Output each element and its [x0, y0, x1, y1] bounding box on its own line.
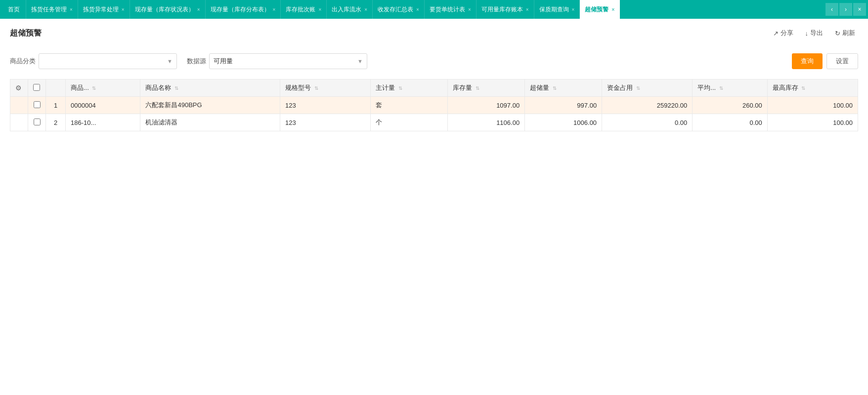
- nav-tab-3[interactable]: 现存量（库存状况表） ×: [130, 0, 206, 19]
- row-unit: 个: [371, 114, 448, 131]
- row-capital: 259220.00: [602, 97, 693, 114]
- sort-icon: ⇅: [636, 85, 640, 91]
- nav-tab-label: 保质期查询: [539, 5, 569, 14]
- nav-tab-label: 收发存汇总表: [378, 5, 413, 14]
- row-stock: 1097.00: [448, 97, 525, 114]
- header-actions: ↗ 分享 ↓ 导出 ↻ 刷新: [770, 27, 859, 40]
- product-category-select[interactable]: ▼: [39, 53, 177, 69]
- row-capital: 0.00: [602, 114, 693, 131]
- row-stock: 1106.00: [448, 114, 525, 131]
- row-checkbox-cell[interactable]: [28, 114, 46, 131]
- top-navigation: 首页 拣货任务管理 × 拣货异常处理 × 现存量（库存状况表） × 现存量（库存…: [0, 0, 868, 19]
- nav-tab-close[interactable]: ×: [273, 7, 276, 12]
- nav-tab-close[interactable]: ×: [122, 7, 125, 12]
- settings-button[interactable]: 设置: [826, 53, 858, 69]
- nav-tab-label: 要货单统计表: [430, 5, 465, 14]
- nav-tab-9[interactable]: 可用量库存账本 ×: [477, 0, 534, 19]
- nav-tab-close[interactable]: ×: [526, 7, 529, 12]
- nav-tab-close[interactable]: ×: [70, 7, 73, 12]
- refresh-icon: ↻: [835, 30, 840, 37]
- filter-area: 商品分类 ▼ 数据源 可用量 ▼ 查询 设置: [10, 47, 858, 73]
- nav-close-all-btn[interactable]: ×: [853, 3, 866, 16]
- share-button[interactable]: ↗ 分享: [770, 27, 796, 40]
- row-gear: [10, 97, 28, 114]
- query-button[interactable]: 查询: [792, 53, 823, 69]
- row-spec: 123: [280, 97, 371, 114]
- product-category-label: 商品分类: [10, 57, 36, 66]
- sort-icon: ⇅: [553, 85, 557, 91]
- row-index: 2: [46, 114, 66, 131]
- nav-tab-close[interactable]: ×: [364, 7, 367, 12]
- nav-tab-close[interactable]: ×: [468, 7, 471, 12]
- row-unit: 套: [371, 97, 448, 114]
- page-content: 超储预警 ↗ 分享 ↓ 导出 ↻ 刷新 商品分类 ▼ 数据源: [0, 19, 868, 395]
- export-icon: ↓: [805, 30, 809, 37]
- row-product-name: 机油滤清器: [140, 114, 280, 131]
- share-icon: ↗: [773, 30, 779, 37]
- row-checkbox[interactable]: [34, 101, 41, 108]
- data-table: ⚙ 商品... ⇅ 商品名称 ⇅ 规格型号 ⇅: [10, 79, 858, 131]
- refresh-button[interactable]: ↻ 刷新: [832, 27, 858, 40]
- sort-icon: ⇅: [476, 85, 479, 91]
- table-header-avg[interactable]: 平均... ⇅: [693, 79, 767, 97]
- row-overflow: 997.00: [525, 97, 602, 114]
- sort-icon: ⇅: [801, 85, 805, 91]
- nav-tab-label: 可用量库存账本: [481, 5, 523, 14]
- table-header-row: ⚙ 商品... ⇅ 商品名称 ⇅ 规格型号 ⇅: [10, 79, 858, 97]
- data-source-select[interactable]: 可用量 ▼: [209, 53, 367, 69]
- nav-tab-close[interactable]: ×: [318, 7, 321, 12]
- filter-product-category: 商品分类 ▼: [10, 53, 177, 69]
- table-header-overflow[interactable]: 超储量 ⇅: [525, 79, 602, 97]
- row-spec: 123: [280, 114, 371, 131]
- nav-tab-close[interactable]: ×: [572, 7, 575, 12]
- nav-tab-6[interactable]: 出入库流水 ×: [327, 0, 373, 19]
- row-avg: 260.00: [693, 97, 767, 114]
- row-index: 1: [46, 97, 66, 114]
- table-header-spec[interactable]: 规格型号 ⇅: [280, 79, 371, 97]
- sort-icon: ⇅: [92, 85, 96, 91]
- nav-tab-8[interactable]: 要货单统计表 ×: [425, 0, 477, 19]
- nav-tab-label: 现存量（库存状况表）: [135, 5, 194, 14]
- nav-tab-5[interactable]: 库存批次账 ×: [281, 0, 327, 19]
- nav-tab-7[interactable]: 收发存汇总表 ×: [373, 0, 425, 19]
- export-button[interactable]: ↓ 导出: [802, 27, 826, 40]
- nav-prev-btn[interactable]: ‹: [825, 3, 838, 16]
- table-header-checkbox[interactable]: [28, 79, 46, 97]
- select-all-checkbox[interactable]: [33, 84, 40, 91]
- chevron-down-icon2: ▼: [357, 58, 363, 64]
- gear-icon[interactable]: ⚙: [15, 84, 22, 92]
- table-header-capital[interactable]: 资金占用 ⇅: [602, 79, 693, 97]
- sort-icon: ⇅: [174, 85, 178, 91]
- table-header-gear[interactable]: ⚙: [10, 79, 28, 97]
- table-header-product-code[interactable]: 商品... ⇅: [66, 79, 140, 97]
- nav-tab-close[interactable]: ×: [197, 7, 200, 12]
- page-title: 超储预警: [10, 28, 42, 39]
- table-header-index: [46, 79, 66, 97]
- row-checkbox[interactable]: [34, 118, 41, 125]
- nav-tab-label: 超储预警: [585, 5, 608, 14]
- filter-actions: 查询 设置: [792, 53, 858, 69]
- nav-tab-close[interactable]: ×: [416, 7, 419, 12]
- nav-tab-4[interactable]: 现存量（库存分布表） ×: [206, 0, 281, 19]
- filter-data-source: 数据源 可用量 ▼: [187, 53, 367, 69]
- table-header-product-name[interactable]: 商品名称 ⇅: [140, 79, 280, 97]
- nav-tab-close[interactable]: ×: [611, 7, 614, 12]
- row-avg: 0.00: [693, 114, 767, 131]
- table-header-max-stock[interactable]: 最高库存 ⇅: [767, 79, 858, 97]
- nav-tab-11[interactable]: 超储预警 ×: [580, 0, 620, 19]
- nav-tab-10[interactable]: 保质期查询 ×: [534, 0, 580, 19]
- nav-tab-2[interactable]: 拣货异常处理 ×: [78, 0, 130, 19]
- nav-tab-label: 出入库流水: [332, 5, 361, 14]
- row-product-code: 0000004: [66, 97, 140, 114]
- nav-next-btn[interactable]: ›: [839, 3, 852, 16]
- sort-icon: ⇅: [719, 85, 723, 91]
- nav-home[interactable]: 首页: [2, 0, 26, 19]
- sort-icon: ⇅: [314, 85, 318, 91]
- nav-tab-1[interactable]: 拣货任务管理 ×: [26, 0, 78, 19]
- table-header-stock[interactable]: 库存量 ⇅: [448, 79, 525, 97]
- nav-tab-label: 拣货异常处理: [83, 5, 119, 14]
- row-checkbox-cell[interactable]: [28, 97, 46, 114]
- share-label: 分享: [781, 29, 793, 38]
- data-source-label: 数据源: [187, 57, 206, 66]
- table-header-unit[interactable]: 主计量 ⇅: [371, 79, 448, 97]
